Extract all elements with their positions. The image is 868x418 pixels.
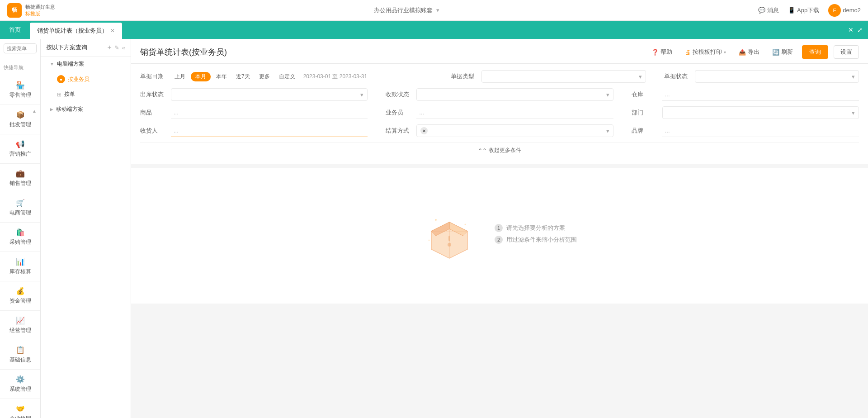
- tree-desktop-scheme[interactable]: ▼ 电脑端方案: [41, 57, 131, 71]
- sidebar-item-inventory[interactable]: 📊 库存核算: [0, 252, 40, 281]
- payment-status-select[interactable]: ▾: [416, 88, 613, 101]
- left-panel-title: 按以下方案查询: [46, 43, 87, 52]
- sidebar-item-finance[interactable]: 💰 资金管理: [0, 281, 40, 311]
- sidebar-item-sales[interactable]: 💼 销售管理: [0, 164, 40, 193]
- app-download-label: App下载: [797, 6, 819, 14]
- svg-point-9: [429, 240, 430, 241]
- hint-text-1: 请先选择要分析的方案: [506, 224, 565, 232]
- tree-by-order[interactable]: ⊞ 按单: [53, 87, 131, 102]
- date-this-year[interactable]: 本年: [212, 72, 231, 81]
- brand-input[interactable]: ...: [662, 124, 859, 137]
- collapse-panel-btn[interactable]: «: [122, 44, 125, 51]
- marketing-label: 营销推广: [9, 150, 31, 158]
- retail-icon: 🏪: [16, 81, 25, 90]
- top-header: 畅 畅捷通好生意 标推版 办公用品行业模拟账套 ▾ 💬 消息 📱 App下载 E…: [0, 0, 868, 21]
- quick-nav: 快捷导航: [0, 58, 40, 76]
- date-custom[interactable]: 自定义: [275, 72, 299, 81]
- user-menu[interactable]: E demo2: [828, 4, 861, 17]
- sidebar-item-enterprise[interactable]: 🤝 企业协同: [0, 399, 40, 418]
- tree-mobile-scheme[interactable]: ▶ 移动端方案: [41, 102, 131, 117]
- goods-input[interactable]: ...: [171, 106, 368, 119]
- settlement-clear-btn[interactable]: ✕: [420, 127, 428, 134]
- edit-scheme-btn[interactable]: ✎: [114, 44, 119, 51]
- header-right: 💬 消息 📱 App下载 E demo2: [758, 4, 861, 17]
- doc-type-select[interactable]: ▾: [481, 70, 646, 83]
- empty-hint-2: 2 用过滤条件来缩小分析范围: [495, 236, 577, 244]
- date-last-7-days[interactable]: 近7天: [232, 72, 254, 81]
- setting-btn[interactable]: 设置: [834, 45, 859, 59]
- department-label: 部门: [632, 109, 659, 117]
- empty-illustration: [422, 209, 476, 263]
- out-status-select[interactable]: ▾: [171, 88, 368, 101]
- collapse-filters-btn[interactable]: ⌃⌃ 收起更多条件: [140, 142, 859, 158]
- filter-goods: 商品 ...: [140, 106, 368, 119]
- sidebar-item-wholesale[interactable]: 📦 批发管理 ▲: [0, 105, 40, 134]
- enterprise-label: 企业协同: [9, 415, 31, 418]
- search-btn[interactable]: 查询: [802, 45, 828, 59]
- ecommerce-label: 电商管理: [9, 209, 31, 217]
- empty-hints: 1 请先选择要分析的方案 2 用过滤条件来缩小分析范围: [495, 224, 577, 247]
- doc-status-arrow: ▾: [852, 73, 855, 80]
- svg-point-7: [435, 219, 437, 221]
- receiver-label: 收货人: [140, 127, 167, 135]
- inventory-icon: 📊: [16, 257, 25, 266]
- refresh-btn[interactable]: 🔄 刷新: [769, 46, 797, 58]
- company-selector[interactable]: 办公用品行业模拟账套 ▾: [374, 6, 439, 14]
- doc-status-select[interactable]: ▾: [695, 70, 859, 83]
- filter-row-4: 收货人 ... 结算方式 ✕ ▾ 品: [140, 124, 859, 137]
- filter-department: 部门 ▾: [632, 106, 859, 119]
- print-dropdown-icon: ▾: [724, 50, 726, 55]
- finance-icon: 💰: [16, 287, 25, 295]
- sales-rep-input[interactable]: ...: [416, 106, 613, 119]
- app-logo-icon: 畅: [7, 3, 22, 18]
- date-buttons: 上月 本月 本年 近7天 更多 自定义 2023-03-01 至 2023-03…: [171, 72, 433, 81]
- sidebar-item-marketing[interactable]: 📢 营销推广: [0, 134, 40, 164]
- tab-home[interactable]: 首页: [0, 21, 30, 39]
- doc-type-label: 单据类型: [451, 72, 478, 81]
- receiver-input[interactable]: ...: [171, 124, 368, 137]
- tree-by-sales[interactable]: ● 按业务员: [53, 71, 131, 87]
- hint-num-2: 2: [495, 236, 503, 244]
- wholesale-arrow: ▲: [32, 109, 37, 114]
- add-scheme-btn[interactable]: +: [107, 43, 111, 52]
- search-input[interactable]: [4, 43, 37, 53]
- tab-bar: 首页 销货单统计表（按业务员） ✕ ✕ ⤢: [0, 21, 868, 39]
- page-actions: ❓ 帮助 🖨 按模板打印 ▾ 📤 导出 🔄 刷新 查询 设置: [648, 45, 859, 59]
- help-btn[interactable]: ❓ 帮助: [648, 46, 676, 58]
- tab-sales-report[interactable]: 销货单统计表（按业务员） ✕: [30, 23, 122, 39]
- sidebar-item-retail[interactable]: 🏪 零售管理: [0, 76, 40, 105]
- date-last-month[interactable]: 上月: [171, 72, 189, 81]
- close-window-btn[interactable]: ✕: [848, 26, 854, 33]
- sales-rep-ellipsis: ...: [419, 109, 424, 116]
- date-more[interactable]: 更多: [255, 72, 274, 81]
- settlement-select[interactable]: ✕ ▾: [416, 124, 613, 137]
- maximize-window-btn[interactable]: ⤢: [857, 26, 863, 33]
- app-download-btn[interactable]: 📱 App下载: [788, 6, 819, 14]
- avatar: E: [828, 4, 841, 17]
- hint-num-1: 1: [495, 224, 503, 232]
- collapse-label: 收起更多条件: [489, 147, 521, 154]
- basics-icon: 📋: [16, 346, 25, 354]
- tab-close-icon[interactable]: ✕: [110, 28, 115, 34]
- desktop-scheme-label: 电脑端方案: [57, 60, 84, 68]
- sidebar-item-basics[interactable]: 📋 基础信息: [0, 340, 40, 370]
- department-select[interactable]: ▾: [662, 106, 859, 119]
- collapse-up-icon: ⌃⌃: [478, 147, 487, 154]
- sidebar-item-ecommerce[interactable]: 🛒 电商管理: [0, 193, 40, 223]
- filter-settlement: 结算方式 ✕ ▾: [386, 124, 613, 137]
- print-btn[interactable]: 🖨 按模板打印 ▾: [681, 46, 730, 58]
- finance-label: 资金管理: [9, 297, 31, 305]
- warehouse-input[interactable]: ...: [662, 88, 859, 101]
- date-this-month[interactable]: 本月: [191, 72, 211, 81]
- export-btn[interactable]: 📤 导出: [735, 46, 763, 58]
- sidebar-item-system[interactable]: ⚙️ 系统管理: [0, 370, 40, 399]
- sidebar-item-operations[interactable]: 📈 经营管理: [0, 311, 40, 340]
- filter-doc-status: 单据状态 ▾: [664, 70, 859, 83]
- filter-date: 单据日期 上月 本月 本年 近7天 更多 自定义 2023-03-01 至 20…: [140, 72, 433, 81]
- filter-doc-type: 单据类型 ▾: [451, 70, 646, 83]
- message-btn[interactable]: 💬 消息: [758, 6, 779, 14]
- tree-desktop-children: ● 按业务员 ⊞ 按单: [41, 71, 131, 102]
- by-order-icon: ⊞: [57, 91, 61, 98]
- sidebar-item-purchase[interactable]: 🛍️ 采购管理: [0, 223, 40, 252]
- out-status-label: 出库状态: [140, 90, 167, 99]
